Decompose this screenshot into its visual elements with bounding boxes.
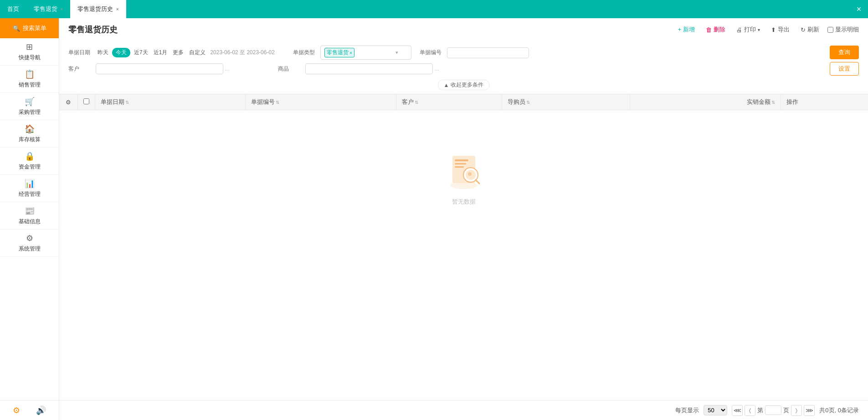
- show-detail-checkbox[interactable]: [827, 27, 833, 33]
- customer-filter-dots[interactable]: ...: [223, 66, 231, 72]
- page-title-row: 零售退货历史 + 新增 🗑 删除 🖨 打印 ▾ ⬆: [68, 24, 859, 36]
- per-page-select[interactable]: 50 100 200: [704, 405, 727, 415]
- show-detail-checkbox-label[interactable]: 显示明细: [827, 26, 859, 34]
- th-amount[interactable]: 实销金额 ⇅: [630, 94, 781, 110]
- th-number-label: 单据编号: [251, 98, 275, 106]
- page-label: 第: [757, 406, 763, 415]
- type-select-dropdown-icon: ▾: [395, 50, 398, 56]
- type-tag-remove[interactable]: ×: [349, 50, 352, 56]
- sidebar-item-system-mgmt-label: 系统管理: [19, 245, 41, 253]
- type-select[interactable]: 零售退货 × ▾: [320, 46, 411, 60]
- filter-area: 单据日期 昨天 今天 近7天 近1月 更多 自定义 2023-06-02 至 2…: [68, 41, 859, 94]
- customer-filter-label: 客户: [68, 65, 96, 73]
- filter-goods-group: 商品 ...: [278, 63, 821, 74]
- sidebar-item-operation[interactable]: 📊 经营管理: [0, 175, 59, 202]
- empty-text: 暂无数据: [452, 198, 476, 206]
- customer-filter-input[interactable]: [96, 63, 223, 74]
- shortcut-today[interactable]: 今天: [112, 48, 130, 57]
- date-shortcuts: 昨天 今天 近7天 近1月 更多 自定义: [96, 48, 207, 57]
- empty-icon: [441, 147, 487, 192]
- sort-amount-icon: ⇅: [771, 100, 775, 105]
- sort-customer-icon: ⇅: [415, 100, 418, 105]
- settings-bottom-icon[interactable]: ⚙: [13, 405, 20, 415]
- sidebar-item-sales-mgmt[interactable]: 📋 销售管理: [0, 66, 59, 93]
- delete-button[interactable]: 🗑 删除: [703, 24, 728, 36]
- tab-retail-return-history[interactable]: 零售退货历史 ×: [70, 0, 126, 18]
- show-detail-label: 显示明细: [835, 26, 859, 34]
- number-filter-label: 单据编号: [420, 49, 447, 56]
- sidebar-search-label: 搜索菜单: [23, 24, 46, 32]
- shortcut-yesterday[interactable]: 昨天: [96, 48, 110, 57]
- search-icon: 🔍: [13, 25, 20, 32]
- sidebar-item-quick-nav[interactable]: ⊞ 快捷导航: [0, 38, 59, 66]
- collapse-button[interactable]: ▲ 收起更多条件: [438, 80, 490, 90]
- type-tag-label: 零售退货: [327, 49, 349, 56]
- shortcut-1month[interactable]: 近1月: [152, 48, 169, 57]
- per-page-label: 每页显示: [675, 406, 699, 415]
- delete-button-label: 删除: [714, 26, 725, 34]
- page-first-button[interactable]: ⋘: [732, 405, 743, 416]
- page-title: 零售退货历史: [68, 24, 118, 35]
- type-tag: 零售退货 ×: [324, 48, 354, 57]
- th-amount-label: 实销金额: [747, 98, 770, 106]
- th-number[interactable]: 单据编号 ⇅: [246, 94, 396, 110]
- th-settings[interactable]: ⚙: [59, 94, 77, 110]
- sidebar-search[interactable]: 🔍 搜索菜单: [0, 18, 59, 38]
- sidebar-item-finance-label: 资金管理: [19, 163, 41, 171]
- main-layout: 🔍 搜索菜单 ⊞ 快捷导航 📋 销售管理 🛒 采购管理 🏠 库存核算 🔒: [0, 18, 868, 420]
- export-button-label: 导出: [778, 26, 790, 34]
- sidebar-item-system-mgmt[interactable]: ⚙ 系统管理: [0, 230, 59, 257]
- print-button-label: 打印: [744, 26, 756, 34]
- page-next-button[interactable]: 〉: [791, 405, 802, 416]
- set-button[interactable]: 设置: [830, 62, 859, 76]
- refresh-button-label: 刷新: [807, 26, 819, 34]
- page-number-input[interactable]: 1: [765, 405, 781, 415]
- th-action-label: 操作: [786, 98, 798, 105]
- refresh-button[interactable]: ↻ 刷新: [798, 24, 822, 36]
- sidebar-bottom: ⚙ 🔊: [0, 400, 59, 420]
- select-all-checkbox[interactable]: [83, 98, 89, 104]
- basic-info-icon: 📰: [25, 206, 35, 216]
- th-customer[interactable]: 客户 ⇅: [396, 94, 502, 110]
- tab-retail-return[interactable]: 零售退货 ×: [26, 0, 70, 18]
- query-button[interactable]: 查询: [830, 46, 859, 59]
- date-range-display: 2023-06-02 至 2023-06-02: [210, 49, 274, 56]
- tab-home[interactable]: 首页: [0, 0, 26, 18]
- finance-icon: 🔒: [25, 151, 35, 161]
- settings-icon[interactable]: ⚙: [66, 99, 71, 106]
- print-icon: 🖨: [736, 26, 742, 33]
- goods-filter-input[interactable]: [305, 63, 433, 74]
- page-suffix: 页: [783, 406, 789, 415]
- window-close-button[interactable]: ×: [850, 0, 868, 18]
- date-filter-label: 单据日期: [68, 49, 96, 56]
- table-container: ⚙ 单据日期 ⇅: [59, 94, 868, 400]
- th-guide[interactable]: 导购员 ⇅: [502, 94, 630, 110]
- tab-retail-return-close[interactable]: ×: [60, 6, 63, 12]
- sidebar-item-basic-info[interactable]: 📰 基础信息: [0, 202, 59, 230]
- shortcut-custom[interactable]: 自定义: [187, 48, 207, 57]
- print-button[interactable]: 🖨 打印 ▾: [734, 24, 763, 36]
- page-prev-button[interactable]: 〈: [745, 405, 755, 416]
- shortcut-7days[interactable]: 近7天: [132, 48, 150, 57]
- svg-line-7: [476, 180, 479, 184]
- shortcut-more[interactable]: 更多: [171, 48, 185, 57]
- number-filter-input[interactable]: [447, 47, 529, 58]
- goods-filter-dots[interactable]: ...: [433, 66, 441, 72]
- refresh-icon: ↻: [801, 26, 806, 33]
- filter-type-group: 单据类型 零售退货 × ▾ 单据编号: [293, 46, 821, 60]
- filter-section: 单据日期 昨天 今天 近7天 近1月 更多 自定义 2023-06-02 至 2…: [68, 46, 859, 78]
- filter-row-2: 客户 ... 商品 ...: [68, 63, 821, 74]
- sidebar-item-inventory[interactable]: 🏠 库存核算: [0, 120, 59, 148]
- sidebar-item-purchase-mgmt[interactable]: 🛒 采购管理: [0, 93, 59, 120]
- th-checkbox[interactable]: [77, 94, 95, 110]
- tab-retail-return-history-close[interactable]: ×: [116, 6, 118, 12]
- sort-number-icon: ⇅: [276, 100, 279, 105]
- th-date[interactable]: 单据日期 ⇅: [95, 94, 246, 110]
- page-header: 零售退货历史 + 新增 🗑 删除 🖨 打印 ▾ ⬆: [59, 18, 868, 94]
- page-last-button[interactable]: ⋙: [804, 405, 815, 416]
- tab-retail-return-history-label: 零售退货历史: [77, 5, 113, 13]
- new-button[interactable]: + 新增: [675, 24, 698, 36]
- sidebar-item-finance[interactable]: 🔒 资金管理: [0, 148, 59, 175]
- sound-icon[interactable]: 🔊: [36, 405, 46, 415]
- export-button[interactable]: ⬆ 导出: [768, 24, 792, 36]
